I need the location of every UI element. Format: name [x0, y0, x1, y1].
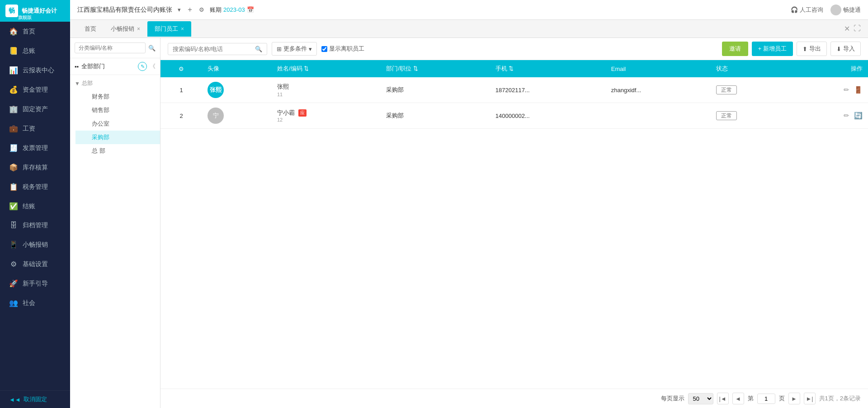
sidebar-item-invoices[interactable]: 🧾 发票管理 [0, 138, 70, 158]
left-arrow-icon: ◄◄ [9, 396, 21, 403]
sidebar-item-label: 总账 [23, 47, 35, 55]
tab-expense-close[interactable]: × [137, 26, 140, 32]
sidebar-item-funds[interactable]: 💰 资金管理 [0, 80, 70, 99]
dept-search-input[interactable] [75, 42, 146, 53]
dept-header: ▪▪ 全部部门 ✎ 《 [70, 58, 160, 75]
filter-button[interactable]: ⊞ 更多条件 ▾ [272, 42, 317, 56]
user-button[interactable]: 畅捷通 [830, 5, 861, 15]
guide-icon: 🚀 [9, 279, 18, 288]
col-phone[interactable]: 手机 ⇅ [490, 60, 606, 77]
sidebar-item-tax[interactable]: 📋 税务管理 [0, 177, 70, 197]
first-page-button[interactable]: |◄ [717, 393, 729, 404]
service-button[interactable]: 🎧 人工咨询 [791, 6, 823, 14]
sidebar-item-guide[interactable]: 🚀 新手引导 [0, 274, 70, 293]
content-area: 🔍 ▪▪ 全部部门 ✎ 《 ▼ 总部 财务部 [70, 38, 868, 408]
col-dept[interactable]: 部门/职位 ⇅ [381, 60, 490, 77]
table-body: 1 张熙 张熙 11 采购部 187202117.. [160, 77, 868, 129]
emp-search-input[interactable] [173, 46, 252, 52]
sidebar-item-social[interactable]: 👥 社会 [0, 293, 70, 313]
sidebar-item-label: 基础设置 [23, 260, 48, 268]
sidebar-item-inventory[interactable]: 📦 库存核算 [0, 158, 70, 177]
dept-item-office[interactable]: 办公室 [75, 117, 160, 131]
calendar-icon[interactable]: 📅 [247, 6, 254, 13]
sidebar-item-ledger[interactable]: 📒 总账 [0, 41, 70, 61]
show-resigned-checkbox[interactable]: 显示离职员工 [321, 45, 364, 53]
col-settings[interactable]: ⚙ [160, 60, 202, 77]
topbar-settings-icon[interactable]: ⚙ [199, 6, 204, 13]
invite-button[interactable]: 邀请 [722, 42, 748, 56]
dept-purchase-label: 采购部 [92, 133, 109, 141]
per-page-select[interactable]: 50 20 100 [688, 393, 713, 404]
export-button[interactable]: ⬆ 导出 [797, 42, 827, 56]
dept-search-icon[interactable]: 🔍 [148, 45, 156, 52]
sidebar-item-label: 结账 [23, 202, 35, 211]
topbar-right: 🎧 人工咨询 畅捷通 [791, 5, 861, 15]
import-button[interactable]: ⬇ 导入 [830, 42, 861, 56]
filter-icon: ⊞ [277, 46, 282, 52]
emp-search-icon[interactable]: 🔍 [255, 46, 262, 52]
delete-button-1[interactable]: 🚪 [854, 86, 863, 94]
sidebar-item-home[interactable]: 🏠 首页 [0, 22, 70, 41]
page-suffix: 页 [779, 394, 785, 403]
sidebar-item-label: 首页 [23, 28, 35, 36]
tab-home[interactable]: 首页 [77, 21, 104, 37]
sidebar-item-payroll[interactable]: 💼 工资 [0, 119, 70, 138]
row1-phone: 187202117... [490, 77, 606, 103]
filter-chevron-icon: ▾ [309, 46, 312, 52]
tab-expense[interactable]: 小畅报销 × [104, 21, 147, 37]
collapse-icon[interactable]: 《 [150, 62, 156, 70]
sidebar-item-assets[interactable]: 🏢 固定资产 [0, 99, 70, 119]
dept-office-label: 办公室 [92, 120, 109, 128]
tab-dept-emp[interactable]: 部门员工 × [147, 21, 191, 37]
prev-page-button[interactable]: ◄ [732, 393, 744, 404]
add-employee-button[interactable]: + 新增员工 [752, 42, 793, 56]
row1-action-buttons: ✏ 🚪 [797, 86, 863, 94]
period-display: 账期 2023-03 📅 [210, 6, 254, 14]
current-page-input[interactable] [757, 394, 775, 404]
row2-actions: ✏ 🔄 [792, 103, 868, 129]
app-name: 畅捷通好会计 [22, 7, 57, 15]
dept-item-hq[interactable]: 总 部 [75, 144, 160, 158]
sidebar-item-settings[interactable]: ⚙ 基础设置 [0, 254, 70, 274]
tabs-bar: 首页 小畅报销 × 部门员工 × ✕ ⛶ [70, 20, 868, 38]
headset-icon: 🎧 [791, 6, 798, 13]
dept-item-finance[interactable]: 财务部 [75, 90, 160, 103]
sidebar-item-archive[interactable]: 🗄 归档管理 [0, 216, 70, 235]
row2-email [606, 103, 711, 129]
sidebar-item-reports[interactable]: 📊 云报表中心 [0, 61, 70, 80]
sidebar-item-label: 归档管理 [23, 221, 48, 230]
tab-close-window-icon[interactable]: ✕ [844, 24, 850, 33]
dept-hq-label: 总 部 [92, 147, 105, 155]
show-resigned-input[interactable] [321, 46, 327, 52]
emp2-tag: 应 [298, 109, 307, 117]
status-badge-2: 正常 [716, 111, 737, 120]
edit-dept-icon[interactable]: ✎ [138, 62, 147, 71]
avatar-ning: 宁 [208, 108, 224, 124]
dept-item-purchase[interactable]: 采购部 [75, 131, 160, 144]
col-name[interactable]: 姓名/编码 ⇅ [272, 60, 381, 77]
add-company-icon[interactable]: ＋ [186, 5, 193, 14]
refresh-button-2[interactable]: 🔄 [854, 112, 863, 120]
dept-item-sales[interactable]: 销售部 [75, 103, 160, 117]
collapse-arrow-icon: ▼ [75, 80, 80, 87]
period-value: 2023-03 [223, 6, 245, 13]
tab-expense-label: 小畅报销 [111, 25, 134, 33]
row2-dept: 采购部 [381, 103, 490, 129]
company-dropdown-icon[interactable]: ▾ [178, 6, 181, 13]
next-page-button[interactable]: ► [788, 393, 800, 404]
tab-expand-icon[interactable]: ⛶ [854, 24, 861, 33]
sidebar-item-expense[interactable]: 📱 小畅报销 [0, 235, 70, 254]
row2-phone: 140000002... [490, 103, 606, 129]
tab-dept-close[interactable]: × [181, 26, 184, 32]
tax-icon: 📋 [9, 183, 18, 191]
row2-action-buttons: ✏ 🔄 [797, 112, 863, 120]
edit-button-1[interactable]: ✏ [844, 86, 849, 94]
last-page-button[interactable]: ►| [804, 393, 816, 404]
edit-button-2[interactable]: ✏ [844, 112, 849, 120]
service-label: 人工咨询 [800, 6, 823, 14]
row1-actions: ✏ 🚪 [792, 77, 868, 103]
sidebar-item-close[interactable]: ✅ 结账 [0, 197, 70, 216]
unpin-button[interactable]: ◄◄ 取消固定 [0, 390, 70, 408]
row1-name: 张熙 11 [272, 77, 381, 103]
row2-status: 正常 [711, 103, 792, 129]
